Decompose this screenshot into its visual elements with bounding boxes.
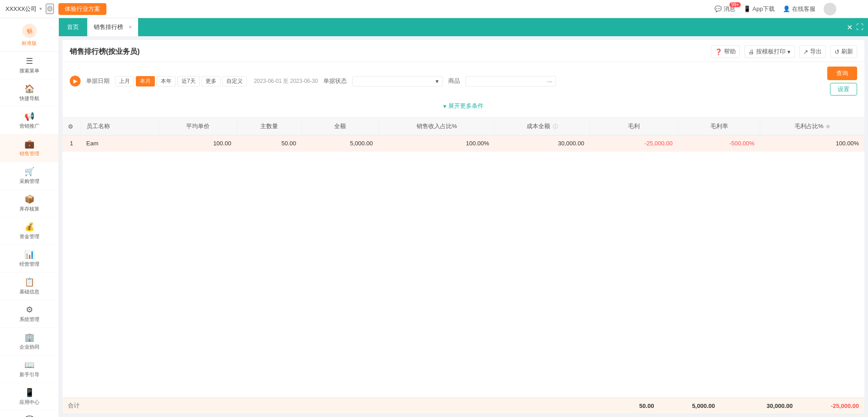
th-name-label: 员工名称 [86, 123, 110, 129]
finance-icon: 💰 [24, 222, 34, 232]
expand-arrow-button[interactable]: ▶ [70, 76, 81, 86]
date-btn-more[interactable]: 更多 [201, 76, 221, 86]
tab-sales-ranking[interactable]: 销售排行榜 × [87, 18, 138, 36]
sidebar-item-corp-wechat[interactable]: 💬 企业微信 [0, 411, 58, 417]
sidebar-item-label-search-order: 搜索菜单 [19, 67, 39, 74]
th-settings[interactable]: ⚙ [62, 118, 81, 135]
sidebar-item-label-basic-info: 基础信息 [19, 288, 39, 295]
th-cost-label: 成本全额 [527, 123, 550, 129]
company-selector[interactable]: XXXXX公司 ▾ [5, 5, 42, 13]
trial-button[interactable]: 体验行业方案 [58, 3, 106, 15]
date-btn-this-month[interactable]: 本月 [136, 76, 155, 86]
template-print-button[interactable]: 🖨 按模板打印 ▾ [744, 45, 795, 58]
sidebar-item-sales[interactable]: 💼 销售管理 [0, 134, 58, 162]
th-gross-rate: 毛利率 [678, 118, 760, 135]
tab-sales-ranking-label: 销售排行榜 [94, 23, 123, 31]
sidebar-item-marketing[interactable]: 📢 营销推广 [0, 107, 58, 134]
export-label: 导出 [810, 48, 822, 56]
th-amount-label: 全额 [334, 123, 346, 129]
topbar-settings-icon[interactable]: ⚙ [46, 4, 54, 14]
data-table: ⚙ 员工名称 平均单价 主数量 [62, 118, 864, 152]
footer-cost-val: 30,000.00 [767, 403, 793, 409]
corp-wechat-icon: 💬 [24, 415, 34, 417]
th-name: 员工名称 [81, 118, 159, 135]
th-sales-ratio: 销售收入占比% [379, 118, 495, 135]
td-rank: 1 [62, 135, 81, 152]
expand-label: 展开更多条件 [448, 102, 484, 110]
sidebar-item-operations[interactable]: 📊 经营管理 [0, 245, 58, 273]
sidebar-item-quick-nav[interactable]: 🏠 快捷导航 [0, 79, 58, 107]
sidebar-item-label-sales: 销售管理 [19, 150, 39, 157]
page-actions: ❓ 帮助 🖨 按模板打印 ▾ ↗ 导出 ↺ [711, 45, 857, 58]
date-btn-this-year[interactable]: 本年 [157, 76, 176, 86]
th-cost: 成本全额 ⓘ [495, 118, 590, 135]
app-icon: 📱 [743, 5, 751, 12]
td-gross: -25,000.00 [590, 135, 678, 152]
avatar[interactable] [824, 3, 836, 15]
date-btn-last-month[interactable]: 上月 [115, 76, 134, 86]
date-btn-7days[interactable]: 近7天 [177, 76, 200, 86]
sidebar-item-guide[interactable]: 📖 新手引导 [0, 355, 58, 383]
td-qty: 50.00 [237, 135, 302, 152]
sidebar-item-label-quick-nav: 快捷导航 [19, 95, 39, 102]
footer-total-label: 合计 [68, 402, 80, 410]
sidebar-item-app-center[interactable]: 📱 应用中心 [0, 383, 58, 411]
gross-ratio-info-icon[interactable]: ⊕ [826, 124, 830, 129]
th-gross-rate-label: 毛利率 [710, 123, 728, 129]
status-select[interactable]: ▾ [352, 76, 443, 86]
company-name: XXXXX公司 [5, 5, 37, 13]
sidebar-item-label-purchase: 采购管理 [19, 178, 39, 185]
date-btn-custom[interactable]: 自定义 [222, 76, 247, 86]
page-header: 销售排行榜(按业务员) ❓ 帮助 🖨 按模板打印 ▾ ↗ [62, 40, 864, 62]
settings-button[interactable]: 设置 [830, 83, 857, 96]
help-icon: ❓ [715, 48, 722, 55]
query-side: 查询 设置 [827, 67, 857, 96]
goods-input[interactable]: ··· [465, 76, 556, 86]
sales-icon: 💼 [24, 139, 34, 149]
td-gross-ratio: 100.00% [760, 135, 864, 152]
expand-more-button[interactable]: ▾ 展开更多条件 [70, 99, 857, 113]
sidebar-item-label-finance: 资金管理 [19, 233, 39, 240]
th-avg-price: 平均单价 [159, 118, 237, 135]
sidebar-item-inventory[interactable]: 📦 库存核算 [0, 190, 58, 217]
corp-collab-icon: 🏢 [24, 332, 34, 342]
th-amount: 全额 [302, 118, 379, 135]
message-button[interactable]: 💬 消息 99+ [715, 5, 735, 13]
sidebar-item-finance[interactable]: 💰 资金管理 [0, 217, 58, 245]
online-service-button[interactable]: 👤 在线客服 [783, 5, 815, 13]
sidebar-item-corp-collab[interactable]: 🏢 企业协同 [0, 328, 58, 355]
sidebar-item-system[interactable]: ⚙ 系统管理 [0, 300, 58, 328]
status-filter-label: 单据状态 [323, 77, 347, 85]
sidebar-item-basic-info[interactable]: 📋 基础信息 [0, 273, 58, 300]
logo-text: 标准版 [22, 40, 37, 47]
sidebar-item-label-operations: 经营管理 [19, 261, 39, 268]
window-maximize-icon[interactable]: ⛶ [856, 23, 863, 31]
sidebar-item-purchase[interactable]: 🛒 采购管理 [0, 162, 58, 190]
sidebar-item-label-inventory: 库存核算 [19, 206, 39, 212]
goods-filter-label: 商品 [448, 77, 460, 85]
sidebar-item-label-guide: 新手引导 [19, 371, 39, 378]
footer-gross-val: -25,000.00 [831, 403, 859, 409]
tab-home[interactable]: 首页 [59, 18, 87, 36]
logo-icon: 畅 [21, 23, 38, 39]
refresh-button[interactable]: ↺ 刷新 [830, 45, 857, 58]
cost-info-icon[interactable]: ⓘ [553, 124, 558, 129]
export-button[interactable]: ↗ 导出 [799, 45, 826, 58]
tab-close-icon[interactable]: × [129, 24, 132, 30]
help-button[interactable]: ❓ 帮助 [711, 45, 740, 58]
window-close-icon[interactable]: ✕ [847, 23, 853, 32]
query-button[interactable]: 查询 [827, 67, 857, 80]
tab-bar: 首页 销售排行榜 × ✕ ⛶ [59, 18, 868, 36]
footer-amount: 5,000.00 [692, 403, 715, 409]
purchase-icon: 🛒 [24, 167, 34, 177]
help-label: 帮助 [724, 48, 736, 56]
quick-nav-icon: 🏠 [24, 84, 34, 94]
refresh-label: 刷新 [841, 48, 853, 56]
app-download-button[interactable]: 📱 App下载 [743, 5, 775, 13]
td-sales-ratio: 100.00% [379, 135, 495, 152]
expand-chevron-icon: ▾ [443, 103, 446, 110]
sidebar-item-search-order[interactable]: ☰ 搜索菜单 [0, 52, 58, 79]
tab-home-label: 首页 [67, 23, 79, 31]
th-gross-label: 毛利 [628, 123, 640, 129]
table-header-row: ⚙ 员工名称 平均单价 主数量 [62, 118, 864, 135]
